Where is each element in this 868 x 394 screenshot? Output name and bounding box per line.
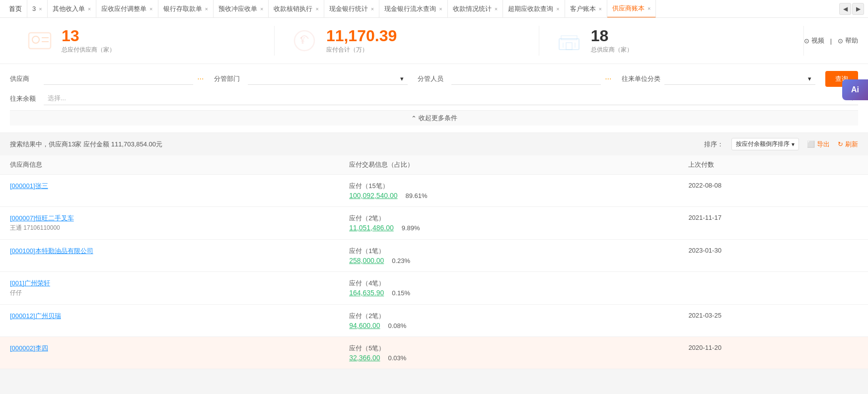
- close-icon[interactable]: ×: [556, 6, 559, 12]
- supplier-name-link[interactable]: 广州荣轩: [24, 279, 50, 287]
- filter-person: 分管人员 ···: [418, 73, 612, 85]
- collapse-button[interactable]: ⌃ 收起更多条件: [10, 110, 858, 126]
- video-link[interactable]: ⊙ 视频: [804, 36, 824, 45]
- help-link[interactable]: ⊙ 帮助: [838, 36, 858, 45]
- filter-dept: 分管部门 ▾: [214, 73, 408, 85]
- supplier-info-cell: [000012]广州贝瑞: [10, 312, 349, 321]
- last-pay-cell: 2023-01-30: [688, 247, 858, 254]
- pay-amount[interactable]: 164,635.90: [349, 289, 384, 297]
- filter-category: 往来单位分类 ▾: [622, 73, 816, 85]
- nav-tab-collection-stats[interactable]: 收款情况统计 ×: [448, 0, 503, 18]
- nav-tab-prepay[interactable]: 预收冲应收单 ×: [214, 0, 269, 18]
- pay-amount[interactable]: 100,092,540.00: [349, 192, 397, 199]
- nav-arrows: ◀ ▶: [839, 3, 864, 15]
- filter-row-2: 往来余额 选择... ▾: [10, 92, 858, 105]
- close-icon[interactable]: ×: [439, 6, 442, 12]
- last-pay-date: 2020-11-20: [688, 344, 722, 351]
- supplier-link[interactable]: [001]: [10, 279, 24, 287]
- pay-percent: 0.08%: [388, 322, 406, 329]
- last-pay-cell: 2021-11-17: [688, 214, 858, 221]
- supplier-payable-icon: [25, 26, 55, 56]
- close-icon[interactable]: ×: [205, 6, 208, 12]
- close-icon[interactable]: ×: [88, 6, 91, 12]
- pay-amount[interactable]: 94,600.00: [349, 322, 380, 329]
- sort-dropdown[interactable]: 按应付余额倒序排序 ▾: [731, 138, 799, 150]
- last-pay-cell: 2020-11-20: [688, 344, 858, 351]
- supplier-info-cell: [000002]李四: [10, 344, 349, 353]
- ai-panel[interactable]: Ai: [842, 79, 868, 100]
- separator: |: [830, 37, 832, 45]
- nav-tab-customer-ledger[interactable]: 客户账本 ×: [565, 0, 607, 18]
- pay-info-cell: 应付（4笔） 164,635.90 0.15%: [349, 279, 688, 297]
- stat-label-total-suppliers: 总供应商（家）: [591, 46, 633, 54]
- close-icon[interactable]: ×: [371, 6, 374, 12]
- stat-block-payable-total: ¥ 11,170.39 应付合计（万）: [275, 26, 539, 56]
- pay-label: 应付（1笔）: [349, 247, 688, 256]
- supplier-name-link[interactable]: 本特勤油品有限公司: [35, 247, 93, 255]
- nav-tab-bank[interactable]: 银行存取款单 ×: [158, 0, 214, 18]
- filter-supplier: 供应商 ···: [10, 73, 204, 85]
- nav-tab-home[interactable]: 首页: [4, 0, 27, 18]
- close-icon[interactable]: ×: [495, 6, 498, 12]
- close-icon[interactable]: ×: [149, 6, 152, 12]
- supplier-name-link[interactable]: 广州贝瑞: [35, 312, 61, 320]
- nav-tab-other-income[interactable]: 其他收入单 ×: [48, 0, 96, 18]
- pay-amount[interactable]: 32,366.00: [349, 354, 380, 362]
- last-pay-cell: 2021-03-25: [688, 312, 858, 319]
- table-row: [000012]广州贝瑞 应付（2笔） 94,600.00 0.08% 2021…: [0, 305, 868, 337]
- supplier-link[interactable]: [000007]: [10, 214, 35, 222]
- export-button[interactable]: ⬜ 导出: [807, 140, 830, 149]
- stat-block-suppliers-payable: 13 总应付供应商（家）: [10, 26, 275, 56]
- total-suppliers-icon: [554, 26, 584, 56]
- supplier-name-link[interactable]: 恒旺二手叉车: [35, 214, 74, 222]
- last-pay-date: 2021-11-17: [688, 214, 722, 221]
- pay-amount[interactable]: 258,000.00: [349, 257, 384, 264]
- export-icon: ⬜: [807, 140, 815, 148]
- last-pay-date: 2021-03-25: [688, 312, 722, 319]
- result-bar: 搜索结果中，供应商13家 应付金额 111,703,854.00元 排序： 按应…: [0, 133, 868, 155]
- stat-info-payable: 13 总应付供应商（家）: [62, 28, 115, 54]
- ai-label: Ai: [851, 85, 859, 94]
- table-row: [001]广州荣轩 仔仔 应付（4笔） 164,635.90 0.15%: [0, 272, 868, 305]
- close-icon[interactable]: ×: [599, 6, 602, 12]
- nav-tab-cash-stats[interactable]: 现金银行统计 ×: [324, 0, 379, 18]
- pay-amount[interactable]: 11,051,486.00: [349, 224, 394, 232]
- supplier-name-link[interactable]: 张三: [35, 182, 48, 190]
- supplier-name-link[interactable]: 李四: [35, 344, 48, 352]
- balance-select[interactable]: 选择... ▾: [44, 92, 858, 105]
- supplier-link[interactable]: [000002]: [10, 344, 35, 352]
- last-pay-date: 2022-08-08: [688, 182, 722, 189]
- nav-tab-overdue[interactable]: 超期应收款查询 ×: [503, 0, 565, 18]
- supplier-link[interactable]: [000100]: [10, 247, 35, 255]
- person-dots-btn[interactable]: ···: [605, 74, 611, 83]
- table-row-highlighted: [000002]李四 应付（5笔） 32,366.00 0.03% 2020-1…: [0, 337, 868, 369]
- close-icon[interactable]: ×: [39, 6, 42, 12]
- refresh-icon: ↻: [838, 140, 843, 148]
- nav-right-arrow[interactable]: ▶: [852, 3, 864, 15]
- close-icon[interactable]: ×: [260, 6, 263, 12]
- supplier-link[interactable]: [000001]: [10, 182, 35, 190]
- dept-select[interactable]: ▾: [248, 73, 408, 85]
- person-filter-label: 分管人员: [418, 74, 447, 83]
- close-icon[interactable]: ×: [315, 6, 318, 12]
- supplier-dots-btn[interactable]: ···: [197, 74, 204, 83]
- header-stats: 13 总应付供应商（家） ¥ 11,170.39 应付合计（万）: [0, 18, 868, 64]
- stat-info-total-suppliers: 18 总供应商（家）: [591, 28, 633, 54]
- pay-percent: 0.15%: [392, 289, 410, 297]
- nav-tab-3[interactable]: 3 ×: [27, 0, 48, 18]
- nav-left-arrow[interactable]: ◀: [839, 3, 851, 15]
- video-icon: ⊙: [804, 37, 809, 45]
- chevron-down-icon: ▾: [808, 75, 811, 82]
- person-input[interactable]: [451, 73, 601, 85]
- result-summary: 搜索结果中，供应商13家 应付金额 111,703,854.00元: [10, 140, 162, 149]
- supplier-link[interactable]: [000012]: [10, 312, 35, 320]
- supplier-input[interactable]: [44, 73, 193, 85]
- nav-tab-cash-flow[interactable]: 现金银行流水查询 ×: [379, 0, 447, 18]
- refresh-button[interactable]: ↻ 刷新: [838, 140, 858, 149]
- nav-tab-supplier-ledger[interactable]: 供应商账本 ×: [607, 0, 656, 18]
- category-select[interactable]: ▾: [664, 73, 816, 85]
- nav-tab-collection[interactable]: 收款核销执行 ×: [269, 0, 324, 18]
- supplier-info-cell: [001]广州荣轩 仔仔: [10, 279, 349, 297]
- nav-tab-adjust[interactable]: 应收应付调整单 ×: [96, 0, 158, 18]
- close-icon[interactable]: ×: [648, 5, 651, 11]
